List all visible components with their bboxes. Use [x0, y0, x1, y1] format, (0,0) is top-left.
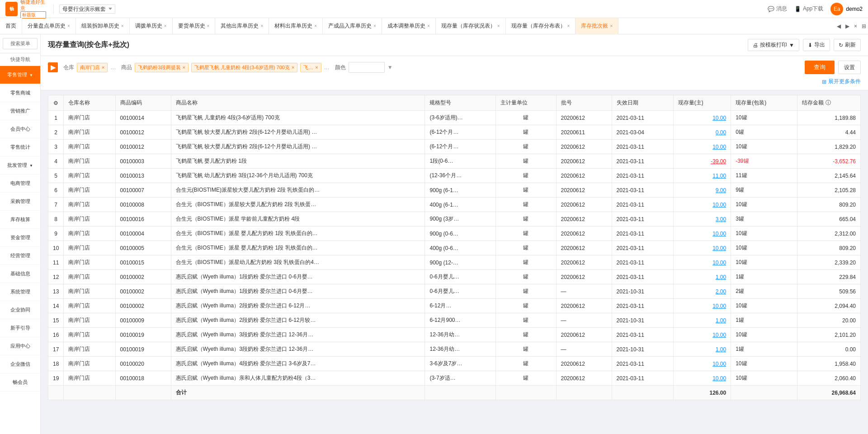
sidebar-item-member2[interactable]: 畅会员	[0, 373, 40, 392]
tab-yaohuo[interactable]: 要货单历史 ×	[173, 18, 216, 34]
product-tag-3[interactable]: 飞… ×	[300, 63, 321, 72]
sidebar-item-wechat[interactable]: 企业微信	[0, 355, 40, 373]
tab-fenpan[interactable]: 分量盘点单历史 ×	[22, 18, 76, 34]
sidebar-item-retail-stats[interactable]: 零售统计	[0, 138, 40, 156]
row-amount: 2,145.64	[797, 169, 861, 183]
user-info[interactable]: Ea demo2	[830, 3, 863, 15]
sidebar-item-operations[interactable]: 经营管理	[0, 247, 40, 265]
row-qty-main: 11.00	[673, 169, 731, 183]
footer-empty3	[115, 386, 171, 400]
product-tag-1[interactable]: 飞鹤奶粉3段两提装 ×	[135, 63, 189, 72]
breadcrumb-select[interactable]: 母婴行业演示账套	[59, 5, 115, 14]
sidebar-item-newbie[interactable]: 新手引导	[0, 319, 40, 337]
table-footer: 合计 126.00 26,968.64	[48, 386, 861, 400]
row-qty-main: 10.00	[673, 328, 731, 342]
tab-chancheng[interactable]: 产成品入库单历史 ×	[323, 18, 382, 34]
tab-close-icon[interactable]: ×	[567, 24, 570, 28]
settings-btn[interactable]: 设置	[838, 61, 861, 74]
row-code: 00100012	[115, 125, 171, 140]
tab-xiancun2[interactable]: 现存量（库存分布表） ×	[506, 18, 576, 34]
tab-qitachu[interactable]: 其他出库单历史 ×	[215, 18, 269, 34]
export-btn[interactable]: ⬇ 导出	[803, 39, 830, 51]
sidebar-item-basic-info[interactable]: 基础信息	[0, 265, 40, 283]
tab-prev-btn[interactable]: ◀	[835, 23, 843, 29]
print-icon: 🖨	[753, 42, 758, 48]
tab-close-icon[interactable]: ×	[427, 24, 430, 28]
sidebar-item-retail-mgmt[interactable]: 零售管理 ▼	[0, 66, 40, 84]
sidebar-item-retail-store[interactable]: 零售商城	[0, 84, 40, 102]
warehouse-more-btn[interactable]: …	[110, 64, 116, 71]
col-settings[interactable]: ⚙	[48, 95, 64, 111]
row-qty-main: 9.00	[673, 183, 731, 198]
color-input[interactable]	[349, 62, 385, 73]
row-amount: 1,189.88	[797, 111, 861, 125]
sidebar-item-member[interactable]: 会员中心	[0, 120, 40, 138]
search-menu-btn[interactable]: 搜索菜单	[3, 38, 38, 49]
color-dropdown-btn[interactable]: ▼	[387, 64, 393, 71]
table-row: 4 南岸门店 00100003 飞鹤星飞帆 婴儿配方奶粉 1段 1段(0-6… …	[48, 154, 861, 169]
row-warehouse: 南岸门店	[64, 212, 115, 226]
more-conditions-btn[interactable]: ⊞ 展开更多条件	[822, 78, 861, 85]
refresh-btn[interactable]: ↻ 刷新	[834, 39, 861, 51]
tab-close-icon[interactable]: ×	[373, 24, 376, 28]
row-no: 15	[48, 313, 64, 328]
tab-close-icon[interactable]: ×	[121, 24, 124, 28]
sidebar-item-system[interactable]: 系统管理	[0, 283, 40, 301]
tab-close-icon[interactable]: ×	[164, 24, 167, 28]
tab-kucun-active[interactable]: 库存批次账 ×	[576, 18, 618, 34]
sidebar-item-inventory[interactable]: 库存核算	[0, 211, 40, 229]
footer-empty7	[612, 386, 673, 400]
tab-diaob[interactable]: 调拨单历史 ×	[130, 18, 173, 34]
tab-cailiao[interactable]: 材料出库单历史 ×	[269, 18, 323, 34]
sidebar-item-ecommerce[interactable]: 电商管理	[0, 175, 40, 193]
warehouse-tag-nananmen[interactable]: 南岸门店 ×	[77, 63, 108, 72]
footer-label: 合计	[171, 386, 425, 400]
tab-chengben[interactable]: 成本调整单历史 ×	[382, 18, 436, 34]
remove-warehouse-tag-btn[interactable]: ×	[102, 65, 104, 70]
row-warehouse: 南岸门店	[64, 328, 115, 342]
template-print-btn[interactable]: 🖨 按模板打印 ▼	[748, 39, 799, 51]
row-qty-main: 1.00	[673, 342, 731, 357]
tab-close-icon[interactable]: ×	[207, 24, 210, 28]
table-row: 10 南岸门店 00100005 合生元（BIOSTIME）派星 婴儿配方奶粉 …	[48, 241, 861, 255]
more-conditions-row: ⊞ 展开更多条件	[48, 78, 861, 85]
table-row: 17 南岸门店 00100019 惠氏启赋（Wyeth illuma）3段奶粉 …	[48, 342, 861, 357]
tab-home[interactable]: 首页	[0, 18, 22, 34]
product-tag-2[interactable]: 飞鹤星飞帆 儿童奶粉 4段(3-6岁适用) 700克 ×	[191, 63, 297, 72]
sidebar-item-finance[interactable]: 资金管理	[0, 229, 40, 247]
tab-close-active-icon[interactable]: ×	[610, 24, 613, 28]
filter-toggle-btn[interactable]: ▶	[48, 62, 58, 72]
product-more-btn[interactable]: …	[324, 64, 330, 71]
tab-xiancun1[interactable]: 现存量（库存状况表） ×	[436, 18, 506, 34]
warehouse-filter: 仓库 南岸门店 × …	[63, 63, 116, 72]
remove-product-tag1-btn[interactable]: ×	[183, 65, 185, 70]
tab-close-icon[interactable]: ×	[67, 24, 70, 28]
row-qty-pkg: 10罐	[731, 241, 797, 255]
app-download-btn[interactable]: 📱 App下载	[794, 5, 823, 13]
tab-next-btn[interactable]: ▶	[844, 23, 851, 29]
quick-nav-btn[interactable]: 快捷导航	[0, 53, 40, 66]
tab-menu-btn[interactable]: ⊞	[860, 23, 868, 29]
tab-close-icon[interactable]: ×	[260, 24, 263, 28]
message-btn[interactable]: 💬 消息	[768, 5, 787, 13]
row-code: 00100015	[115, 255, 171, 270]
tab-close-icon[interactable]: ×	[314, 24, 317, 28]
row-warehouse: 南岸门店	[64, 342, 115, 357]
row-expire: 2021-03-11	[612, 357, 673, 371]
sidebar-item-app-center[interactable]: 应用中心	[0, 337, 40, 355]
remove-product-tag3-btn[interactable]: ×	[315, 65, 318, 70]
row-amount: 2,094.40	[797, 299, 861, 313]
row-batch: 20200612	[556, 169, 612, 183]
remove-product-tag2-btn[interactable]: ×	[292, 65, 294, 70]
sidebar-item-enterprise[interactable]: 企业协同	[0, 301, 40, 319]
tab-close-all-btn[interactable]: ×	[852, 23, 859, 29]
sidebar-item-wholesale[interactable]: 批发管理 ▼	[0, 156, 40, 175]
query-btn[interactable]: 查询	[805, 61, 835, 74]
tab-zuzhuang[interactable]: 组装拆卸单历史 ×	[76, 18, 130, 34]
sidebar-item-marketing[interactable]: 营销推广	[0, 102, 40, 120]
table-body: 1 南岸门店 00100014 飞鹤星飞帆 儿童奶粉 4段(3-6岁适用) 70…	[48, 111, 861, 386]
content-area: 现存量查询(按仓库+批次) 🖨 按模板打印 ▼ ⬇ 导出 ↻ 刷新	[41, 34, 868, 434]
sidebar-item-purchase[interactable]: 采购管理	[0, 193, 40, 211]
row-spec: 6-12月…	[425, 299, 495, 313]
tab-close-icon[interactable]: ×	[497, 24, 500, 28]
